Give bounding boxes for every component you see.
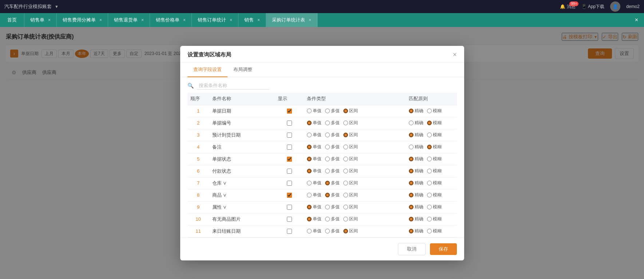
type-radio-option[interactable]: 区间 [343,192,358,198]
type-radio-option[interactable]: 单值 [307,108,321,114]
type-radio-option[interactable]: 多值 [325,108,340,114]
type-radio-option[interactable]: 区间 [343,168,358,174]
tab-sales-return[interactable]: 销售退货单 × [108,13,150,27]
modal-close-button[interactable]: × [453,51,457,59]
close-icon[interactable]: × [141,17,144,23]
match-radio-option[interactable]: 精确 [409,216,423,222]
row-order: 2 [190,120,206,126]
type-radio-option[interactable]: 单值 [307,120,321,126]
match-radio-option[interactable]: 精确 [409,192,423,198]
type-radio-option[interactable]: 单值 [307,192,321,198]
display-checkbox[interactable] [287,133,292,138]
close-icon[interactable]: × [99,17,102,23]
type-radio-option[interactable]: 单值 [307,180,321,186]
display-checkbox[interactable] [287,205,292,210]
type-radio-option[interactable]: 单值 [307,204,321,210]
close-icon[interactable]: × [183,17,186,23]
type-radio-option[interactable]: 单值 [307,228,321,234]
type-radio-option[interactable]: 区间 [343,228,358,234]
close-icon[interactable]: × [48,17,51,23]
row-order: 7 [190,180,206,186]
display-checkbox[interactable] [287,169,292,174]
tab-home[interactable]: 首页 [0,13,24,27]
tab-layout-adjust[interactable]: 布局调整 [228,63,258,77]
condition-search-input[interactable] [197,82,269,90]
notification-button[interactable]: 🔔 消息 99+ [560,4,576,10]
row-order: 1 [190,108,206,114]
condition-name: 备注 [209,144,275,150]
tab-sales-stats[interactable]: 销售订单统计 × [192,13,238,27]
display-checkbox[interactable] [287,181,292,186]
display-checkbox[interactable] [287,217,292,222]
type-radio-option[interactable]: 区间 [343,132,358,138]
type-radio-option[interactable]: 区间 [343,216,358,222]
match-radio-option[interactable]: 精确 [409,120,423,126]
match-radio-option[interactable]: 精确 [409,180,423,186]
type-radio-option[interactable]: 单值 [307,144,321,150]
match-radio-option[interactable]: 精确 [409,144,423,150]
match-radio-option[interactable]: 模糊 [427,156,442,162]
tab-bar-close-button[interactable]: × [629,17,644,23]
match-radio-option[interactable]: 模糊 [427,132,442,138]
tab-sales-expense[interactable]: 销售费用分摊单 × [57,13,108,27]
match-radio-option[interactable]: 精确 [409,108,423,114]
match-radio-option[interactable]: 模糊 [427,144,442,150]
close-icon[interactable]: × [257,17,260,23]
logo-dropdown-icon[interactable]: ▼ [55,4,59,9]
type-radio-option[interactable]: 区间 [343,120,358,126]
match-radio-option[interactable]: 模糊 [427,168,442,174]
type-radio-option[interactable]: 多值 [325,144,340,150]
tab-sales-order[interactable]: 销售单 × [24,13,57,27]
match-radio-option[interactable]: 精确 [409,204,423,210]
condition-name: 单据状态 [209,156,275,162]
match-radio-option[interactable]: 精确 [409,228,423,234]
condition-type-group: 单值多值区间 [304,132,406,138]
tab-query-fields[interactable]: 查询字段设置 [187,63,228,77]
type-radio-option[interactable]: 多值 [325,228,340,234]
match-radio-option[interactable]: 模糊 [427,180,442,186]
match-radio-option[interactable]: 模糊 [427,192,442,198]
close-icon[interactable]: × [230,17,232,23]
type-radio-option[interactable]: 单值 [307,168,321,174]
match-radio-option[interactable]: 模糊 [427,120,442,126]
match-radio-option[interactable]: 精确 [409,168,423,174]
type-radio-option[interactable]: 多值 [325,204,340,210]
type-radio-option[interactable]: 多值 [325,132,340,138]
app-download-button[interactable]: 📱 App下载 [581,4,604,10]
display-checkbox[interactable] [287,157,292,162]
display-checkbox[interactable] [287,193,292,198]
match-radio-option[interactable]: 模糊 [427,228,442,234]
type-radio-option[interactable]: 区间 [343,180,358,186]
type-radio-option[interactable]: 区间 [343,144,358,150]
type-radio-option[interactable]: 多值 [325,168,340,174]
match-radio-option[interactable]: 精确 [409,132,423,138]
type-radio-option[interactable]: 单值 [307,216,321,222]
match-radio-option[interactable]: 模糊 [427,216,442,222]
condition-type-group: 单值多值区间 [304,156,406,162]
type-radio-option[interactable]: 区间 [343,204,358,210]
type-radio-option[interactable]: 区间 [343,156,358,162]
type-radio-option[interactable]: 单值 [307,156,321,162]
type-radio-option[interactable]: 多值 [325,156,340,162]
save-button[interactable]: 保存 [430,243,457,255]
col-display-header: 显示 [275,95,304,102]
match-radio-option[interactable]: 模糊 [427,108,442,114]
type-radio-option[interactable]: 单值 [307,132,321,138]
tab-sales-price[interactable]: 销售价格单 × [150,13,192,27]
condition-name: 商品 ∨ [209,192,275,199]
display-checkbox[interactable] [287,145,292,150]
display-checkbox[interactable] [287,229,292,234]
type-radio-option[interactable]: 多值 [325,192,340,198]
display-checkbox[interactable] [287,109,292,114]
match-radio-option[interactable]: 模糊 [427,204,442,210]
type-radio-option[interactable]: 多值 [325,216,340,222]
close-icon[interactable]: × [309,17,311,23]
tab-purchase-stats[interactable]: 采购订单统计表 × [266,13,317,27]
type-radio-option[interactable]: 区间 [343,108,358,114]
tab-sales[interactable]: 销售 × [238,13,266,27]
match-radio-option[interactable]: 精确 [409,156,423,162]
type-radio-option[interactable]: 多值 [325,120,340,126]
display-checkbox[interactable] [287,121,292,126]
cancel-button[interactable]: 取消 [398,243,426,255]
type-radio-option[interactable]: 多值 [325,180,340,186]
